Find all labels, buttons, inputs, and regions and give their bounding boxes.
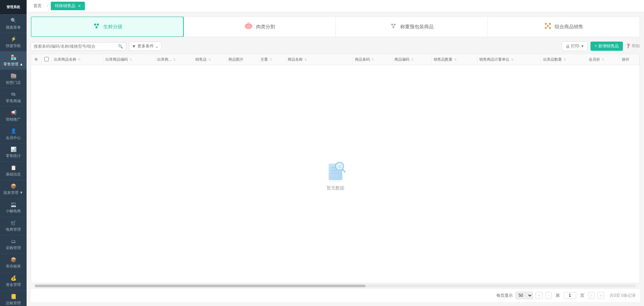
sidebar-item-search-menu[interactable]: 🔍 搜索菜单 [0, 15, 27, 33]
active-tab[interactable]: 特殊销售品 ✕ [51, 2, 85, 10]
sidebar-item-inventory[interactable]: 📦 库存核算 [0, 254, 27, 272]
sidebar-item-purchase-mgmt[interactable]: 🗂 采购管理 [0, 235, 27, 254]
chevron-down-icon: ⌄ [155, 44, 159, 49]
page-label-before: 第 [556, 293, 560, 299]
sidebar-item-label: 零售商城 [6, 98, 21, 104]
ecom-mgmt-icon: 🛒 [11, 220, 16, 227]
sidebar-item-smart-store[interactable]: 🏬 智慧门店 [0, 70, 27, 88]
sort-icon: ⇅ [130, 58, 132, 61]
sidebar-item-ecom-mgmt[interactable]: 🛒 电商管理 [0, 217, 27, 235]
sort-icon: ⇅ [208, 58, 211, 61]
th-product-name[interactable]: 商品名称 ⇅ [285, 54, 353, 65]
svg-point-12 [549, 23, 551, 25]
sidebar-item-general-ledger[interactable]: 📒 总账管理 [0, 291, 27, 306]
pagination: 每页显示 20 50 100 « ‹ 第 页 › » 共0页 0条记录 [31, 289, 640, 302]
inventory-icon: 📦 [11, 257, 16, 263]
sidebar-item-label: 会员中心 [6, 135, 21, 140]
feature-tabs: 生鲜分级 肉类分割 [31, 16, 640, 37]
sidebar-item-retail-mall[interactable]: 🛍 零售商城 [0, 88, 27, 107]
h-scrollbar-thumb[interactable] [35, 285, 365, 287]
meat-cutting-label: 肉类分割 [256, 24, 275, 30]
add-product-button[interactable]: + 新增销售品 [590, 42, 623, 51]
sort-icon: ⇅ [454, 58, 457, 61]
th-sales-qty[interactable]: 销售品数量 ⇅ [432, 54, 477, 65]
sidebar-item-label: 搜索菜单 [6, 25, 21, 30]
th-warehouse-name[interactable]: 出库商品名称 ⇅ [51, 54, 103, 65]
sidebar-item-finance-mgmt[interactable]: 💰 资金管理 [0, 272, 27, 291]
sidebar-item-label: 零售统计 [6, 153, 21, 158]
th-warehouse-spec[interactable]: 出库商... ⇅ [155, 54, 193, 65]
smart-store-icon: 🏬 [11, 73, 16, 79]
h-scrollbar[interactable] [35, 285, 636, 287]
retail-stats-icon: 📊 [11, 146, 16, 153]
sidebar-item-label: 批发管理 ▼ [3, 190, 23, 195]
th-product-code[interactable]: 商品编码 ⇅ [392, 54, 431, 65]
svg-point-7 [393, 27, 394, 28]
feature-tab-meat-cutting[interactable]: 肉类分割 [183, 17, 335, 37]
page-number-input[interactable] [564, 292, 576, 299]
home-tab[interactable]: 首页 [31, 3, 44, 9]
last-page-button[interactable]: » [597, 292, 604, 299]
select-all-checkbox[interactable] [44, 57, 49, 61]
mini-ecom-icon: 💻 [11, 201, 16, 208]
sales-promo-icon: 📢 [11, 109, 16, 116]
th-check[interactable] [41, 54, 51, 65]
sidebar-item-label: 库存核算 [6, 264, 21, 269]
toolbar-right: 🖨 打印 ▼ + 新增销售品 ❓ 帮助 [562, 41, 640, 51]
feature-tab-weight-prepack[interactable]: 称重预包装商品 [336, 17, 488, 37]
sort-icon: ⇅ [173, 58, 176, 61]
feature-tab-combo-sales[interactable]: 组合商品销售 [488, 17, 640, 37]
content-area: 生鲜分级 肉类分割 [27, 12, 644, 306]
sidebar-item-quick-nav[interactable]: ⚡ 快捷导航 [0, 33, 27, 51]
th-member-price[interactable]: 会员价 ⇅ [586, 54, 619, 65]
th-operations: 操作 [620, 54, 640, 65]
search-input[interactable] [34, 44, 117, 49]
sidebar-item-basic-info-retail[interactable]: 📋 基础信息 [0, 162, 27, 180]
th-barcode[interactable]: 商品条码 ⇅ [353, 54, 392, 65]
sidebar-item-sales-promo[interactable]: 📢 营销推广 [0, 107, 27, 125]
print-button[interactable]: 🖨 打印 ▼ [562, 41, 588, 51]
search-icon: 🔍 [118, 44, 123, 49]
sort-icon: ⇅ [304, 58, 307, 61]
filter-button[interactable]: ▼ 更多条件 ⌄ [129, 42, 162, 51]
per-page-select[interactable]: 20 50 100 [515, 292, 533, 299]
h-scrollbar-container [31, 283, 640, 289]
search-box[interactable]: 🔍 [31, 42, 126, 50]
sidebar-item-label: 零售管理 ▲ [3, 62, 23, 67]
th-gear[interactable]: ⚙ [31, 54, 41, 65]
sidebar-item-label: 快捷导航 [6, 43, 21, 48]
fresh-grade-label: 生鲜分级 [103, 24, 122, 30]
help-button[interactable]: ❓ 帮助 [626, 43, 640, 49]
sort-icon: ⇅ [372, 58, 374, 61]
wholesale-mgmt-icon: 📦 [11, 183, 16, 190]
sidebar-item-retail-mgmt[interactable]: 🏪 零售管理 ▲ [0, 51, 27, 70]
logo-text: 管理系统 [0, 3, 27, 11]
th-sales-item[interactable]: 销售品 ⇅ [193, 54, 226, 65]
page-label-after: 页 [580, 293, 584, 299]
sort-icon: ⇅ [78, 58, 81, 61]
svg-point-26 [340, 166, 341, 167]
sidebar-item-member-center[interactable]: 👤 会员中心 [0, 125, 27, 143]
svg-line-24 [343, 169, 345, 172]
next-page-button[interactable]: › [588, 292, 595, 299]
header-tabs: 首页 / 特殊销售品 ✕ [27, 0, 644, 12]
sidebar-item-mini-ecom[interactable]: 💻 小畅电商 [0, 199, 27, 217]
print-label: 打印 [571, 43, 579, 49]
prev-page-button[interactable]: ‹ [545, 292, 552, 299]
th-weight[interactable]: 主量 ⇅ [258, 54, 285, 65]
th-sales-unit[interactable]: 销售商品计量单位 ⇅ [477, 54, 541, 65]
sidebar-item-wholesale-mgmt[interactable]: 📦 批发管理 ▼ [0, 180, 27, 199]
svg-point-2 [95, 26, 98, 28]
sidebar-item-retail-stats[interactable]: 📊 零售统计 [0, 143, 27, 162]
filter-label: 更多条件 [137, 43, 154, 49]
th-warehouse-code[interactable]: 出库商品编码 ⇅ [103, 54, 155, 65]
th-product-image[interactable]: 商品图片 [226, 54, 258, 65]
main-content: 首页 / 特殊销售品 ✕ 生鲜分级 [27, 0, 644, 306]
sidebar-item-label: 小畅电商 [6, 209, 21, 214]
toolbar-left: 🔍 ▼ 更多条件 ⌄ [31, 42, 162, 51]
close-tab-icon[interactable]: ✕ [78, 4, 81, 8]
first-page-button[interactable]: « [536, 292, 543, 299]
feature-tab-fresh-grade[interactable]: 生鲜分级 [31, 16, 184, 37]
sort-icon: ⇅ [511, 58, 514, 61]
th-warehouse-qty[interactable]: 出库品数量 ⇅ [541, 54, 587, 65]
